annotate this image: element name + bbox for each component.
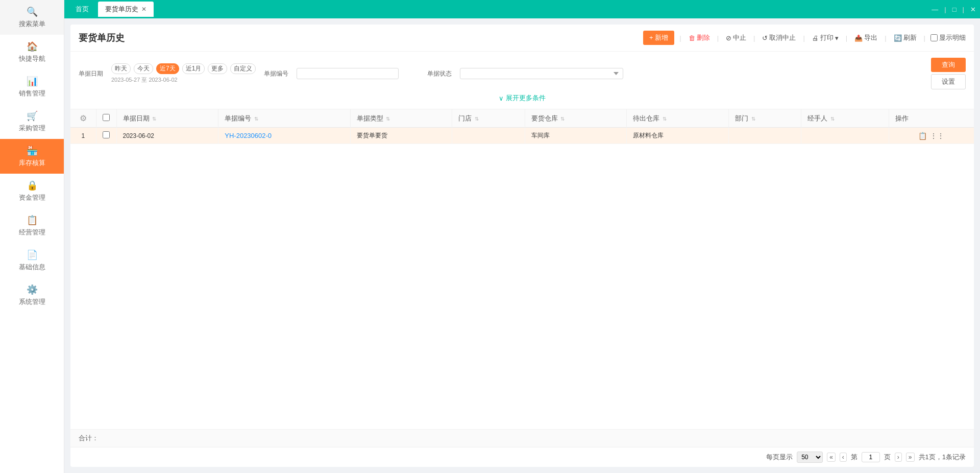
col-doc-no: 单据编号 ⇅ (218, 109, 350, 128)
delete-button[interactable]: 🗑 删除 (687, 32, 712, 43)
sidebar-item-finance[interactable]: 🔒 资金管理 (0, 174, 64, 208)
cell-handler (801, 128, 889, 144)
sidebar-item-search-menu[interactable]: 🔍 搜索菜单 (0, 0, 64, 35)
page-card: 要货单历史 + 新增 | 🗑 删除 | ⊘ 中止 | ↺ (70, 25, 974, 467)
stop-icon: ⊘ (726, 34, 731, 42)
filter-row-1: 单据日期 昨天 今天 近7天 近1月 更多 自定义 2023-05-27 至 2… (79, 58, 966, 89)
date-btn-7days[interactable]: 近7天 (156, 63, 179, 74)
print-button[interactable]: 🖨 打印 ▾ (810, 32, 841, 43)
row-more-icon[interactable]: ⋮⋮ (930, 132, 944, 140)
sidebar-item-label: 采购管理 (19, 124, 45, 133)
col-department: 部门 ⇅ (729, 109, 801, 128)
date-btn-yesterday[interactable]: 昨天 (111, 63, 131, 74)
print-icon: 🖨 (812, 34, 819, 42)
sort-icon-doctype[interactable]: ⇅ (386, 116, 390, 122)
col-req-warehouse: 要货仓库 ⇅ (525, 109, 627, 128)
sidebar-item-quick-nav[interactable]: 🏠 快捷导航 (0, 35, 64, 69)
tab-home-label: 首页 (76, 5, 89, 14)
main-area: 首页 要货单历史 ✕ — | □ | ✕ 要货单历史 + 新增 | 🗑 (64, 0, 980, 473)
export-button[interactable]: 📤 导出 (852, 32, 879, 43)
sidebar-item-basic-info[interactable]: 📄 基础信息 (0, 243, 64, 278)
page-suffix: 页 (884, 453, 891, 462)
sidebar-item-label: 快捷导航 (19, 54, 45, 63)
prev-page-button[interactable]: ‹ (840, 453, 847, 462)
sort-icon-docno[interactable]: ⇅ (254, 116, 258, 122)
cell-department (729, 128, 801, 144)
table-row: 1 2023-06-02 YH-20230602-0 要货单要货 车间库 (70, 128, 974, 144)
first-page-button[interactable]: « (827, 453, 836, 462)
sidebar: 🔍 搜索菜单 🏠 快捷导航 📊 销售管理 🛒 采购管理 🏪 库存核算 🔒 资金管… (0, 0, 64, 473)
table-header-row: ⚙ 单据日期 ⇅ 单据编号 ⇅ (70, 109, 974, 128)
show-detail-checkbox[interactable] (930, 34, 938, 41)
system-icon: ⚙️ (27, 284, 38, 295)
settings-button[interactable]: 设置 (931, 74, 966, 89)
sort-icon-pendingwh[interactable]: ⇅ (663, 116, 667, 122)
col-date: 单据日期 ⇅ (116, 109, 218, 128)
close-button[interactable]: ✕ (970, 6, 976, 13)
stop-button[interactable]: ⊘ 中止 (724, 32, 748, 43)
refresh-button[interactable]: 🔄 刷新 (892, 32, 919, 43)
date-buttons: 昨天 今天 近7天 近1月 更多 自定义 (111, 63, 256, 74)
date-btn-custom[interactable]: 自定义 (230, 63, 256, 74)
page-header: 要货单历史 + 新增 | 🗑 删除 | ⊘ 中止 | ↺ (70, 25, 974, 52)
pagination: 每页显示 50 10 20 100 « ‹ 第 页 › » 共1页，1条记录 (70, 447, 974, 467)
expand-more-button[interactable]: ∨ 展开更多条件 (79, 93, 966, 103)
tab-requisition-history[interactable]: 要货单历史 ✕ (98, 2, 154, 17)
table-footer: 合计： (70, 429, 974, 447)
cell-num: 1 (70, 128, 96, 144)
select-all-checkbox[interactable] (103, 114, 110, 121)
date-filter-group: 昨天 今天 近7天 近1月 更多 自定义 2023-05-27 至 2023-0… (111, 63, 256, 84)
sidebar-item-operations[interactable]: 📋 经营管理 (0, 208, 64, 243)
col-checkbox-header (96, 109, 116, 128)
cell-req-warehouse: 车间库 (525, 128, 627, 144)
sort-icon-dept[interactable]: ⇅ (751, 116, 755, 122)
doc-status-label: 单据状态 (427, 69, 452, 78)
last-page-button[interactable]: » (906, 453, 915, 462)
cell-doc-no: YH-20230602-0 (218, 128, 350, 144)
date-btn-more[interactable]: 更多 (208, 63, 227, 74)
doc-no-link[interactable]: YH-20230602-0 (225, 132, 272, 139)
new-button[interactable]: + 新增 (643, 31, 674, 45)
cancel-stop-button[interactable]: ↺ 取消中止 (760, 32, 798, 43)
sidebar-item-purchase-mgmt[interactable]: 🛒 采购管理 (0, 104, 64, 139)
quick-nav-icon: 🏠 (27, 41, 38, 52)
minimize-button[interactable]: — (932, 6, 938, 13)
window-controls: — | □ | ✕ (932, 6, 976, 13)
doc-status-wrapper (460, 68, 623, 79)
doc-number-input[interactable] (297, 68, 399, 79)
date-btn-today[interactable]: 今天 (134, 63, 153, 74)
page-label: 第 (851, 453, 857, 462)
sidebar-item-label: 搜索菜单 (19, 19, 45, 29)
sidebar-item-sales-mgmt[interactable]: 📊 销售管理 (0, 69, 64, 104)
sort-icon-date[interactable]: ⇅ (152, 116, 156, 122)
operations-icon: 📋 (27, 215, 38, 226)
expand-icon: ∨ (499, 94, 504, 102)
show-detail-button[interactable]: 显示明细 (930, 33, 966, 42)
tab-bar: 首页 要货单历史 ✕ — | □ | ✕ (64, 0, 980, 18)
data-table: ⚙ 单据日期 ⇅ 单据编号 ⇅ (70, 109, 974, 144)
col-doc-type: 单据类型 ⇅ (350, 109, 452, 128)
date-filter-label: 单据日期 (79, 69, 103, 78)
doc-status-select[interactable] (460, 68, 623, 79)
sort-icon-handler[interactable]: ⇅ (830, 116, 835, 122)
row-checkbox[interactable] (103, 131, 110, 138)
next-page-button[interactable]: › (895, 453, 902, 462)
sidebar-item-label: 销售管理 (19, 89, 45, 98)
row-view-icon[interactable]: 📋 (918, 132, 927, 140)
col-pending-warehouse: 待出仓库 ⇅ (627, 109, 729, 128)
page-input[interactable] (862, 452, 880, 462)
tab-close-icon[interactable]: ✕ (141, 6, 146, 13)
sort-icon-reqwh[interactable]: ⇅ (560, 116, 565, 122)
query-button[interactable]: 查询 (931, 58, 966, 72)
filter-area: 单据日期 昨天 今天 近7天 近1月 更多 自定义 2023-05-27 至 2… (70, 52, 974, 109)
table-settings-icon[interactable]: ⚙ (80, 114, 87, 123)
tab-home[interactable]: 首页 (68, 2, 96, 17)
page-size-select[interactable]: 50 10 20 100 (797, 452, 823, 463)
col-action: 操作 (889, 109, 974, 128)
sort-icon-store[interactable]: ⇅ (475, 116, 479, 122)
sidebar-item-inventory[interactable]: 🏪 库存核算 (0, 139, 64, 174)
sidebar-item-system-mgmt[interactable]: ⚙️ 系统管理 (0, 278, 64, 313)
date-btn-1month[interactable]: 近1月 (182, 63, 205, 74)
maximize-button[interactable]: □ (952, 6, 957, 13)
sidebar-item-label: 经营管理 (19, 228, 45, 237)
